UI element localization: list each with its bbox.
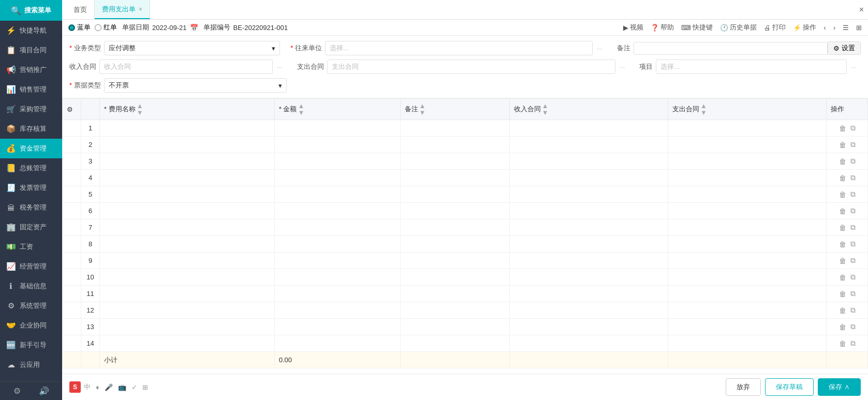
row-delete-3[interactable]: 🗑 [839,157,846,166]
row-delete-11[interactable]: 🗑 [839,290,846,298]
row-expense-name-11[interactable] [100,286,275,302]
row-remark-10[interactable] [400,269,509,286]
row-income-contract-8[interactable] [509,236,668,253]
row-income-contract-12[interactable] [509,302,668,319]
toolbar-print[interactable]: 🖨打印 [764,23,786,32]
row-income-contract-13[interactable] [509,319,668,335]
tab-expense[interactable]: 费用支出单× [95,0,150,19]
project-dots[interactable]: ··· [851,63,857,71]
row-expense-contract-2[interactable] [668,137,826,153]
sort-amount[interactable]: ▲▼ [298,102,304,116]
row-remark-2[interactable] [400,137,509,153]
row-expense-contract-5[interactable] [668,186,826,203]
row-delete-5[interactable]: 🗑 [839,190,846,199]
tool-diamond[interactable]: ♦ [96,383,99,391]
sidebar-item-inventory[interactable]: 📦 库存核算 [0,119,62,139]
row-copy-7[interactable]: ⧉ [850,223,856,232]
row-expense-contract-11[interactable] [668,286,826,302]
sidebar-item-purchase-mgmt[interactable]: 🛒 采购管理 [0,99,62,119]
radio-blue[interactable] [68,24,75,31]
row-delete-4[interactable]: 🗑 [839,174,846,182]
row-copy-10[interactable]: ⧉ [850,273,856,282]
row-copy-5[interactable]: ⧉ [850,190,856,199]
th-amount[interactable]: * 金额 ▲▼ [274,99,400,120]
sidebar-item-invoice-mgmt[interactable]: 🧾 发票管理 [0,178,62,198]
sidebar-item-tax-mgmt[interactable]: 🏛 税务管理 [0,198,62,217]
th-expense-contract[interactable]: 支出合同 ▲▼ [668,99,826,120]
row-remark-3[interactable] [400,153,509,170]
row-delete-7[interactable]: 🗑 [839,224,846,232]
row-remark-12[interactable] [400,302,509,319]
th-remark[interactable]: 备注 ▲▼ [400,99,509,120]
row-income-contract-14[interactable] [509,335,668,352]
row-amount-6[interactable] [274,203,400,219]
row-delete-1[interactable]: 🗑 [839,124,846,132]
row-delete-2[interactable]: 🗑 [839,141,846,149]
row-income-contract-10[interactable] [509,269,668,286]
row-copy-9[interactable]: ⧉ [850,256,856,265]
tool-check[interactable]: ✓ [131,383,137,391]
row-copy-13[interactable]: ⧉ [850,322,856,331]
discard-button[interactable]: 放弃 [726,378,761,396]
row-delete-12[interactable]: 🗑 [839,306,846,315]
tab-home[interactable]: 首页 [66,0,95,19]
row-remark-5[interactable] [400,186,509,203]
audio-icon[interactable]: 🔊 [39,386,49,396]
row-copy-4[interactable]: ⧉ [850,173,856,182]
toolbar-ops[interactable]: ⚡操作 [793,23,816,32]
sidebar-item-corp-collab[interactable]: 🤝 企业协同 [0,316,62,335]
row-expense-name-12[interactable] [100,302,275,319]
row-amount-3[interactable] [274,153,400,170]
sidebar-item-cloud-app[interactable]: ☁ 云应用 [0,355,62,375]
row-expense-name-14[interactable] [100,335,275,352]
row-expense-contract-8[interactable] [668,236,826,253]
row-income-contract-7[interactable] [509,219,668,236]
sidebar-item-project-contract[interactable]: 📋 项目合同 [0,40,62,60]
row-expense-name-5[interactable] [100,186,275,203]
row-remark-14[interactable] [400,335,509,352]
row-expense-name-1[interactable] [100,120,275,137]
toolbar-help[interactable]: ❓帮助 [651,23,674,32]
sidebar-item-sys-mgmt[interactable]: ⚙ 系统管理 [0,296,62,316]
tool-zh[interactable]: 中 [84,382,91,392]
th-gear[interactable]: ⚙ [63,99,81,120]
row-expense-contract-1[interactable] [668,120,826,137]
row-income-contract-4[interactable] [509,170,668,186]
row-remark-11[interactable] [400,286,509,302]
row-expense-name-3[interactable] [100,153,275,170]
row-expense-name-2[interactable] [100,137,275,153]
sidebar-item-capital-mgmt[interactable]: 💰 资金管理 [0,139,62,158]
th-expense-name[interactable]: * 费用名称 ▲▼ [100,99,275,120]
calendar-icon[interactable]: 📅 [190,24,198,32]
row-amount-13[interactable] [274,319,400,335]
row-remark-7[interactable] [400,219,509,236]
row-expense-contract-14[interactable] [668,335,826,352]
row-expense-name-4[interactable] [100,170,275,186]
window-close-btn[interactable]: × [859,5,864,14]
row-delete-6[interactable]: 🗑 [839,207,846,215]
sort-income[interactable]: ▲▼ [542,102,549,116]
row-remark-6[interactable] [400,203,509,219]
sidebar-item-fixed-assets[interactable]: 🏢 固定资产 [0,217,62,237]
sort-expense[interactable]: ▲▼ [700,102,707,116]
row-amount-10[interactable] [274,269,400,286]
project-select[interactable]: 选择... [656,60,847,74]
sort-remark[interactable]: ▲▼ [419,102,426,116]
save-button[interactable]: 保存 ∧ [818,378,861,396]
row-amount-7[interactable] [274,219,400,236]
row-expense-name-6[interactable] [100,203,275,219]
row-amount-11[interactable] [274,286,400,302]
tool-screen[interactable]: 📺 [118,383,126,391]
nav-left-btn[interactable]: ‹ [823,24,826,32]
row-amount-1[interactable] [274,120,400,137]
income-contract-select[interactable]: 收入合同 [99,60,273,74]
row-amount-12[interactable] [274,302,400,319]
biz-type-select[interactable]: 应付调整 ▾ [104,41,280,55]
row-expense-name-8[interactable] [100,236,275,253]
row-amount-8[interactable] [274,236,400,253]
row-expense-name-7[interactable] [100,219,275,236]
view-list-btn[interactable]: ☰ [843,24,849,32]
row-delete-10[interactable]: 🗑 [839,273,846,282]
row-expense-contract-13[interactable] [668,319,826,335]
row-expense-contract-9[interactable] [668,253,826,269]
